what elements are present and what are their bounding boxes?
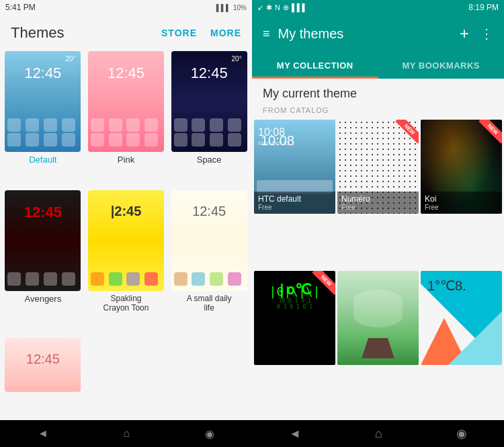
theme-label-default: Default — [29, 155, 56, 165]
nfc-icon: N — [275, 3, 280, 12]
new-ribbon-matrix — [308, 271, 335, 298]
tab-my-bookmarks[interactable]: MY BOOKMARKS — [378, 52, 505, 79]
left-header: Themes STORE MORE — [0, 15, 252, 48]
bluetooth-icon: ✱ — [266, 3, 272, 12]
themes-grid: Default Pink Space — [0, 48, 252, 420]
more-button[interactable]: MORE — [210, 28, 241, 38]
fake-icons-daily — [174, 272, 245, 286]
tabs-bar: MY COLLECTION MY BOOKMARKS — [252, 52, 504, 79]
new-ribbon-numero — [392, 120, 419, 147]
status-icons-right: ↙ ✱ N ⊕ ▌▌▌ — [257, 3, 307, 12]
catalog-price-koi: Free — [425, 204, 498, 211]
fake-icons-crayon — [91, 272, 161, 286]
options-button[interactable]: ⋮ — [480, 26, 493, 42]
catalog-item-htc[interactable]: 10:08 Mon Oct 13... HTC default Free — [254, 120, 335, 214]
status-time-left: 5:41 PM — [5, 3, 36, 12]
catalog-price-numero: Free — [341, 204, 415, 211]
right-panel: ↙ ✱ N ⊕ ▌▌▌ 8:19 PM ≡ My themes + ⋮ MY C… — [252, 0, 504, 447]
catalog-thumb-nature — [337, 271, 419, 365]
store-button[interactable]: STORE — [161, 28, 197, 38]
catalog-item-matrix[interactable]: |o℃ 10:0 1 0 10 1 0 1 0 1 — [254, 271, 335, 365]
signal-icon: ▌▌▌ — [216, 4, 230, 11]
catalog-item-nature[interactable] — [337, 271, 419, 365]
theme-thumb-daily — [171, 190, 247, 291]
add-theme-button[interactable]: + — [460, 24, 469, 43]
catalog-name-koi: Koi — [425, 194, 498, 204]
fake-icons-avengers — [7, 272, 78, 286]
home-button-right[interactable]: ⌂ — [375, 427, 382, 441]
fake-icons-pink — [91, 118, 161, 147]
download-icon: ↙ — [257, 3, 263, 12]
theme-label-crayon: Spakling Crayon Toon — [103, 294, 149, 313]
right-header-left: ≡ My themes — [263, 26, 343, 42]
theme-label-pink: Pink — [118, 155, 134, 165]
back-button-right[interactable]: ◄ — [289, 427, 301, 441]
fake-icons-space — [174, 118, 245, 147]
hamburger-icon[interactable]: ≡ — [263, 27, 270, 41]
home-button-left[interactable]: ⌂ — [124, 428, 130, 440]
section-title: My current theme — [252, 79, 504, 104]
theme-item-avengers[interactable]: Avengers — [3, 190, 83, 335]
theme-label-space: Space — [197, 155, 222, 165]
theme-thumb-avengers — [5, 190, 81, 291]
section-subtitle: FROM CATALOG — [252, 104, 504, 120]
theme-thumb-default — [5, 51, 81, 152]
signal-icon-right: ▌▌▌ — [292, 3, 307, 12]
left-panel: 5:41 PM ▌▌▌ 10% Themes STORE MORE Defaul… — [0, 0, 252, 447]
catalog-name-numero: Numéro — [341, 194, 415, 204]
theme-thumb-pink — [88, 51, 164, 152]
theme-item-crayon[interactable]: Spakling Crayon Toon — [86, 190, 167, 335]
current-theme-section: My current theme FROM CATALOG — [252, 79, 504, 120]
theme-label-daily: A small daily life — [187, 294, 232, 313]
catalog-name-htc: HTC default — [258, 194, 331, 204]
catalog-grid: 10:08 Mon Oct 13... HTC default Free Num… — [252, 120, 504, 420]
catalog-thumb-geometric: 1°℃8. — [421, 271, 502, 365]
left-nav-bar: ◄ ⌂ ◉ — [0, 420, 252, 447]
theme-thumb-space — [171, 51, 247, 152]
theme-item-flower[interactable] — [3, 338, 83, 417]
status-bar-right: ↙ ✱ N ⊕ ▌▌▌ 8:19 PM — [252, 0, 504, 15]
right-header: ≡ My themes + ⋮ — [252, 15, 504, 52]
left-header-actions: STORE MORE — [161, 28, 241, 38]
right-header-actions: + ⋮ — [460, 24, 493, 43]
recent-button-right[interactable]: ◉ — [456, 426, 467, 441]
theme-item-pink[interactable]: Pink — [86, 51, 167, 188]
theme-item-space[interactable]: Space — [169, 51, 249, 188]
status-time-right: 8:19 PM — [468, 3, 499, 12]
catalog-info-htc: HTC default Free — [254, 192, 335, 214]
status-bar-left: 5:41 PM ▌▌▌ 10% — [0, 0, 252, 15]
catalog-info-numero: Numéro Free — [337, 192, 419, 214]
theme-thumb-flower — [5, 338, 81, 392]
theme-item-default[interactable]: Default — [3, 51, 83, 188]
battery-label: 10% — [233, 4, 247, 11]
catalog-price-htc: Free — [258, 204, 331, 211]
right-nav-bar: ◄ ⌂ ◉ — [252, 420, 504, 447]
recent-button-left[interactable]: ◉ — [205, 428, 214, 440]
theme-thumb-crayon — [88, 190, 164, 291]
new-ribbon-koi — [475, 120, 502, 147]
wifi-icon: ⊕ — [283, 3, 289, 12]
status-icons-left: ▌▌▌ 10% — [216, 4, 247, 11]
my-themes-title: My themes — [278, 26, 344, 42]
theme-item-daily[interactable]: A small daily life — [169, 190, 249, 335]
theme-label-avengers: Avengers — [24, 294, 61, 304]
catalog-item-geometric[interactable]: 1°℃8. — [421, 271, 502, 365]
catalog-item-koi[interactable]: Koi Free — [421, 120, 502, 214]
catalog-item-numero[interactable]: Numéro Free — [337, 120, 419, 214]
tab-my-collection[interactable]: MY COLLECTION — [252, 52, 378, 79]
back-button-left[interactable]: ◄ — [38, 428, 48, 440]
themes-title: Themes — [11, 24, 64, 42]
fake-icons-default — [7, 118, 78, 147]
catalog-info-koi: Koi Free — [421, 192, 502, 214]
